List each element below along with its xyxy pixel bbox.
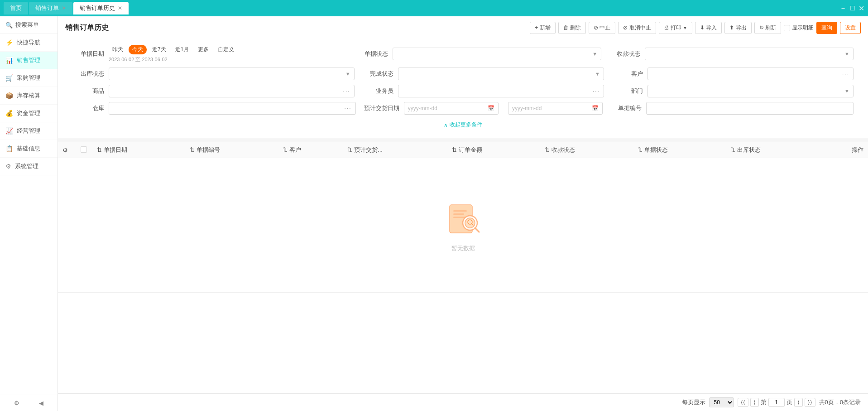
settings-bottom-icon[interactable]: ⚙ — [14, 400, 19, 406]
date-tag-1month[interactable]: 近1月 — [172, 45, 193, 54]
prev-page-btn[interactable]: ⟨ — [750, 398, 759, 407]
stop-button[interactable]: ⊘ 中止 — [589, 22, 615, 34]
sidebar-item-system[interactable]: ⚙ 系统管理 — [0, 158, 58, 175]
col-amount-label: ⇅ 订单金额 — [452, 146, 482, 153]
settings-button[interactable]: 设置 — [840, 22, 861, 34]
date-tag-yesterday[interactable]: 昨天 — [109, 45, 127, 54]
stop-button-label: ⊘ 中止 — [594, 24, 610, 32]
col-out-status[interactable]: ⇅ 出库状态 — [726, 142, 819, 158]
warehouse-filter[interactable]: ··· — [109, 102, 356, 115]
prev-page-icon: ⟨ — [753, 399, 756, 406]
sidebar-item-operations[interactable]: 📈 经营管理 — [0, 122, 58, 140]
sidebar-item-sales-mgmt[interactable]: 📊 销售管理 — [0, 52, 58, 69]
col-customer-label: ⇅ 客户 — [283, 146, 301, 153]
pay-status-arrow: ▼ — [844, 51, 849, 57]
sidebar-item-quick-nav[interactable]: ⚡ 快捷导航 — [0, 34, 58, 52]
delete-button[interactable]: 🗑 删除 — [558, 22, 586, 34]
col-order-status[interactable]: ⇅ 单据状态 — [633, 142, 726, 158]
tab-home[interactable]: 首页 — [4, 2, 28, 15]
sidebar-item-purchase-label: 采购管理 — [17, 74, 40, 82]
date-tag-today[interactable]: 今天 — [129, 45, 147, 54]
order-status-filter[interactable]: ▼ — [393, 48, 601, 60]
warehouse-dots: ··· — [345, 105, 352, 111]
sales-icon: 📊 — [5, 57, 13, 64]
new-button[interactable]: + 新增 — [530, 22, 555, 34]
export-button[interactable]: ⬆ 导出 — [724, 22, 751, 34]
order-no-filter[interactable] — [646, 102, 854, 115]
salesman-filter[interactable]: ··· — [398, 85, 604, 97]
sidebar-item-operations-label: 经营管理 — [17, 127, 40, 135]
product-filter[interactable]: ··· — [109, 85, 355, 97]
close-history-tab[interactable]: ✕ — [118, 5, 122, 11]
sidebar-item-sales-label: 销售管理 — [17, 56, 40, 64]
show-detail-checkbox[interactable]: 显示明细 — [784, 24, 814, 32]
show-detail-check-box — [784, 25, 790, 31]
col-pay-status[interactable]: ⇅ 收款状态 — [540, 142, 633, 158]
date-tag-7days[interactable]: 近7天 — [149, 45, 170, 54]
pay-status-filter[interactable]: ▼ — [645, 48, 854, 60]
finance-icon: 💰 — [5, 110, 13, 117]
minimize-icon[interactable]: － — [839, 4, 847, 13]
last-page-btn[interactable]: ⟩⟩ — [805, 398, 815, 407]
complete-status-filter[interactable]: ▼ — [398, 68, 604, 80]
col-settings[interactable]: ⚙ — [58, 142, 76, 158]
basic-info-icon: 📋 — [5, 145, 13, 152]
col-expected-date[interactable]: ⇅ 预计交货... — [343, 142, 447, 158]
last-page-icon: ⟩⟩ — [808, 399, 812, 406]
quick-nav-icon: ⚡ — [5, 39, 13, 46]
collapse-sidebar-icon[interactable]: ◀ — [39, 400, 43, 406]
print-button[interactable]: 🖨 打印 ▼ — [659, 22, 692, 34]
page-size-select[interactable]: 50 10 20 100 — [709, 397, 734, 407]
filter-row-2: 出库状态 ▼ 完成状态 ▼ 客户 ··· — [72, 68, 854, 80]
col-order-status-label: ⇅ 单据状态 — [638, 146, 668, 153]
sidebar-search[interactable]: 🔍 搜索菜单 — [0, 16, 58, 34]
import-button[interactable]: ⬇ 导入 — [695, 22, 722, 34]
next-page-btn[interactable]: ⟩ — [794, 398, 803, 407]
order-status-arrow: ▼ — [592, 51, 597, 57]
col-date-label: ⇅ 单据日期 — [97, 146, 127, 153]
date-tag-custom[interactable]: 自定义 — [214, 45, 238, 54]
expected-date-end[interactable]: yyyy-mm-dd 📅 — [508, 102, 603, 115]
inventory-icon: 📦 — [5, 92, 13, 99]
table-header-row: ⚙ ⇅ 单据日期 ⇅ 单据编号 ⇅ 客户 — [58, 142, 868, 158]
sidebar-item-finance[interactable]: 💰 资金管理 — [0, 105, 58, 122]
col-customer[interactable]: ⇅ 客户 — [278, 142, 343, 158]
out-status-filter[interactable]: ▼ — [109, 68, 355, 80]
sidebar-search-label: 搜索菜单 — [15, 21, 39, 29]
salesman-dots: ··· — [593, 88, 600, 94]
main-layout: 🔍 搜索菜单 ⚡ 快捷导航 📊 销售管理 🛒 采购管理 📦 库存核算 💰 资金管… — [0, 16, 868, 411]
close-sales-order-tab[interactable]: ✕ — [62, 5, 66, 11]
collapse-row[interactable]: ∧ 收起更多条件 — [72, 119, 854, 132]
select-all-checkbox[interactable] — [81, 146, 87, 153]
tab-sales-order[interactable]: 销售订单 ✕ — [29, 2, 72, 15]
tab-sales-order-history-label: 销售订单历史 — [80, 4, 115, 12]
sidebar-item-basic-info[interactable]: 📋 基础信息 — [0, 140, 58, 158]
import-button-label: ⬇ 导入 — [700, 24, 717, 32]
cancel-stop-button[interactable]: ⊘ 取消中止 — [618, 22, 656, 34]
system-icon: ⚙ — [5, 163, 11, 170]
date-tag-more[interactable]: 更多 — [194, 45, 212, 54]
sidebar: 🔍 搜索菜单 ⚡ 快捷导航 📊 销售管理 🛒 采购管理 📦 库存核算 💰 资金管… — [0, 16, 58, 411]
tab-sales-order-history[interactable]: 销售订单历史 ✕ — [73, 2, 129, 15]
page-input[interactable] — [768, 398, 785, 407]
refresh-button[interactable]: ↻ 刷新 — [754, 22, 781, 34]
col-actions-label: 操作 — [852, 146, 863, 153]
sidebar-bottom: ⚙ ◀ — [0, 395, 58, 411]
calendar-icon-end[interactable]: 📅 — [592, 105, 599, 111]
calendar-icon-start[interactable]: 📅 — [488, 105, 494, 111]
sidebar-item-purchase-mgmt[interactable]: 🛒 采购管理 — [0, 69, 58, 87]
query-button[interactable]: 查询 — [816, 22, 837, 34]
first-page-btn[interactable]: ⟨⟨ — [738, 398, 748, 407]
maximize-icon[interactable]: □ — [850, 4, 855, 12]
dept-filter[interactable]: ▼ — [647, 85, 854, 97]
col-amount[interactable]: ⇅ 订单金额 — [447, 142, 540, 158]
col-date[interactable]: ⇅ 单据日期 — [92, 142, 185, 158]
empty-state-row: 暂无数据 — [58, 158, 868, 293]
sidebar-item-inventory[interactable]: 📦 库存核算 — [0, 87, 58, 105]
expected-date-start[interactable]: yyyy-mm-dd 📅 — [404, 102, 499, 115]
customer-filter[interactable]: ··· — [647, 68, 854, 80]
close-window-icon[interactable]: ✕ — [858, 4, 864, 13]
col-checkbox[interactable] — [76, 142, 92, 158]
col-order-no[interactable]: ⇅ 单据编号 — [185, 142, 278, 158]
empty-state: 暂无数据 — [62, 162, 863, 289]
